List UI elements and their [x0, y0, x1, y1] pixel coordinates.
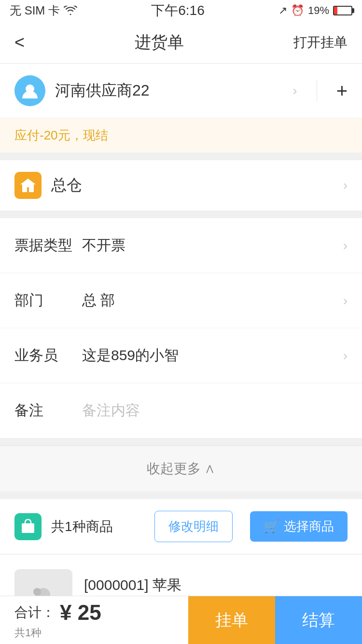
total-section: 合计： ¥ 25 共1种	[0, 601, 188, 640]
department-value: 总 部	[82, 291, 343, 310]
note-placeholder: 备注内容	[82, 401, 348, 420]
shopping-bag-icon	[20, 518, 36, 535]
open-pending-button[interactable]: 打开挂单	[293, 33, 348, 52]
select-product-label: 选择商品	[284, 518, 334, 535]
svg-rect-1	[22, 523, 34, 533]
battery-icon	[333, 6, 352, 15]
warehouse-section: 总仓 ›	[0, 160, 362, 210]
supplier-row[interactable]: 河南供应商22 › +	[0, 64, 362, 118]
status-left: 无 SIM 卡	[10, 3, 77, 18]
svg-point-3	[33, 588, 41, 596]
total-label: 合计： ¥ 25	[14, 601, 174, 625]
add-supplier-button[interactable]: +	[336, 80, 348, 102]
carrier-text: 无 SIM 卡	[10, 3, 60, 18]
salesperson-row[interactable]: 业务员 这是859的小智 ›	[0, 328, 362, 383]
salesperson-value: 这是859的小智	[82, 346, 343, 365]
spacer1	[0, 491, 362, 499]
checkout-button[interactable]: 结算	[275, 596, 362, 644]
form-section: 票据类型 不开票 › 部门 总 部 › 业务员 这是859的小智 › 备注 备注…	[0, 218, 362, 438]
invoice-type-arrow: ›	[343, 238, 348, 253]
supplier-arrow-icon: ›	[292, 83, 297, 98]
supplier-section: 河南供应商22 › + 应付-20元，现结	[0, 64, 362, 153]
select-product-icon: 🛒	[264, 519, 279, 534]
department-row[interactable]: 部门 总 部 ›	[0, 273, 362, 328]
supplier-avatar-icon	[20, 81, 40, 100]
warehouse-arrow-icon: ›	[343, 178, 348, 193]
alarm-icon: ⏰	[291, 4, 304, 17]
location-icon: ↗	[278, 4, 287, 17]
page-title: 进货单	[135, 31, 184, 54]
product-name: [0000001] 苹果	[84, 575, 323, 595]
warehouse-row[interactable]: 总仓 ›	[0, 160, 362, 210]
total-amount: ¥ 25	[60, 601, 101, 625]
products-header: 共1种商品 修改明细 🛒 选择商品	[0, 499, 362, 554]
warehouse-icon	[14, 172, 42, 199]
wifi-icon	[64, 6, 77, 15]
warning-banner: 应付-20元，现结	[0, 118, 362, 153]
status-right: ↗ ⏰ 19%	[278, 4, 352, 17]
battery-fill	[334, 7, 337, 14]
salesperson-arrow: ›	[343, 348, 348, 364]
department-label: 部门	[14, 291, 82, 310]
back-button[interactable]: <	[14, 32, 25, 53]
note-label: 备注	[14, 401, 82, 420]
battery-text: 19%	[308, 4, 329, 17]
invoice-type-row[interactable]: 票据类型 不开票 ›	[0, 218, 362, 273]
products-count: 共1种商品	[51, 518, 145, 536]
pending-button[interactable]: 挂单	[188, 596, 275, 644]
warning-text: 应付-20元，现结	[14, 128, 108, 142]
collapse-label: 收起更多 ∧	[147, 461, 216, 476]
total-label-text: 合计：	[14, 603, 55, 622]
invoice-type-value: 不开票	[82, 236, 343, 255]
department-arrow: ›	[343, 293, 348, 308]
invoice-type-label: 票据类型	[14, 236, 82, 255]
products-icon	[14, 513, 42, 540]
bottom-bar: 合计： ¥ 25 共1种 挂单 结算	[0, 596, 362, 644]
note-row[interactable]: 备注 备注内容	[0, 383, 362, 438]
status-bar: 无 SIM 卡 下午6:16 ↗ ⏰ 19%	[0, 0, 362, 21]
supplier-avatar	[14, 75, 45, 106]
salesperson-label: 业务员	[14, 346, 82, 365]
supplier-name: 河南供应商22	[55, 80, 283, 101]
select-product-button[interactable]: 🛒 选择商品	[250, 511, 348, 542]
supplier-divider	[317, 80, 317, 101]
collapse-button[interactable]: 收起更多 ∧	[0, 446, 362, 491]
warehouse-name: 总仓	[51, 175, 334, 196]
status-time: 下午6:16	[151, 1, 205, 20]
total-count: 共1种	[14, 626, 174, 640]
modify-detail-button[interactable]: 修改明细	[154, 511, 233, 542]
nav-bar: < 进货单 打开挂单	[0, 21, 362, 64]
home-icon	[19, 177, 37, 194]
